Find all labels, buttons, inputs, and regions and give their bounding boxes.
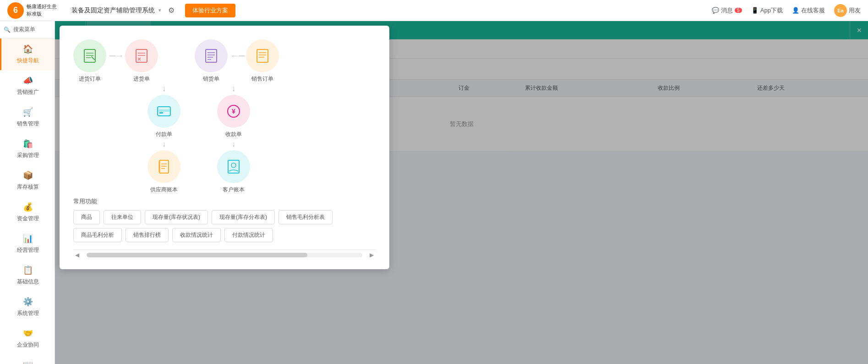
user-item[interactable]: Ea 用友 [834,4,861,17]
common-func-button[interactable]: 销售毛利分析表 [278,210,333,224]
app-download-item[interactable]: 📱 App下载 [751,6,783,15]
bottom-row: 供应商账本 客户账本 [73,150,376,194]
online-service-item[interactable]: 👤 在线客服 [792,6,825,15]
topbar-right: 💬 消息 5 📱 App下载 👤 在线客服 Ea 用友 [712,4,861,17]
message-badge: 5 [735,8,742,13]
sidebar-item-finance[interactable]: 💰 资金管理 [0,196,55,228]
search-label: 搜索菜单 [13,26,35,33]
down-arrow-pb: ↓ [147,85,180,93]
scroll-track[interactable] [87,253,362,257]
common-func-button[interactable]: 收款情况统计 [172,228,221,242]
sidebar-item-label: 采购管理 [17,152,39,159]
sidebar-item-label: 企业协同 [17,341,39,349]
exp-btn[interactable]: 体验行业方案 [185,4,235,17]
logo: 6 畅康通好生意 标准版 [7,2,62,19]
svg-rect-0 [84,49,95,62]
system-icon: ⚙️ [23,297,33,307]
sidebar-item-label: 系统管理 [17,310,39,317]
common-func-button[interactable]: 付款情况统计 [224,228,273,242]
message-item[interactable]: 💬 消息 5 [712,6,742,15]
basic-icon: 📋 [23,265,33,275]
receipt-label: 收款单 [225,130,242,138]
down-arrow-sb: ↓ [217,85,250,93]
sale-bill-icon [195,39,228,72]
arrow-po-pb: - - - → [109,50,122,61]
down-arrow-payment: ↓ [147,140,180,148]
sale-order-node: 销售订单 [246,39,279,83]
svg-rect-21 [159,160,169,173]
common-func-button[interactable]: 销售排行榜 [126,228,169,242]
operation-icon: 📊 [23,234,33,244]
scroll-right-arrow[interactable]: ▶ [368,252,376,258]
sidebar: 🔍 搜索菜单 🏠 快捷导航 📣 营销推广 🛒 销售管理 🛍️ 采购管理 📦 库存… [0,21,55,364]
sidebar-item-basic[interactable]: 📋 基础信息 [0,260,55,291]
sidebar-item-quick-nav[interactable]: 🏠 快捷导航 [0,38,55,70]
search-menu[interactable]: 🔍 搜索菜单 [0,21,55,38]
common-func-button[interactable]: 商品毛利分析 [73,228,122,242]
supplier-ledger-label: 供应商账本 [150,186,178,194]
purchase-bill-icon [125,39,158,72]
marketing-icon: 📣 [23,76,33,86]
common-func-button[interactable]: 商品 [73,210,100,224]
sidebar-item-label: 销售管理 [17,120,39,128]
sidebar-item-enterprise[interactable]: 🤝 企业协同 [0,323,55,354]
receipt-icon: ¥ [217,95,250,128]
svg-rect-4 [136,49,147,62]
sidebar-item-label: 经营管理 [17,246,39,254]
svg-text:¥: ¥ [232,108,235,115]
svg-rect-17 [158,109,170,112]
supplier-ledger-node: 供应商账本 [147,150,180,194]
sidebar-item-label: 资金管理 [17,215,39,223]
modal-overlay[interactable]: 进货订单 - - - → 进货单 [55,21,868,364]
sale-order-icon [246,39,279,72]
svg-rect-12 [257,49,268,62]
sidebar-item-operation[interactable]: 📊 经营管理 [0,228,55,260]
common-func-button[interactable]: 现存量(库存状况表) [145,210,208,224]
modal-box: 进货订单 - - - → 进货单 [60,26,389,269]
down-arrow-receipt: ↓ [217,140,250,148]
app-icon: 📱 [751,7,759,14]
sidebar-item-label: 基础信息 [17,278,39,286]
message-icon: 💬 [712,7,719,14]
sidebar-item-inventory[interactable]: 📦 库存核算 [0,165,55,196]
inventory-icon: 📦 [23,170,33,180]
payment-icon [147,95,180,128]
common-func-button[interactable]: 往来单位 [104,210,141,224]
purchase-order-icon [73,39,106,72]
avatar: Ea [834,4,847,17]
cf-buttons: 商品往来单位现存量(库存状况表)现存量(库存分布表)销售毛利分析表商品毛利分析销… [73,210,376,242]
scroll-thumb [87,253,307,257]
gear-button[interactable]: ⚙ [165,4,178,17]
purchase-icon: 🛍️ [23,139,33,149]
purchase-bill-label: 进货单 [133,75,150,83]
down-arrows-row2: ↓ ↓ [73,140,376,148]
sales-icon: 🛒 [23,107,33,117]
sidebar-item-purchase[interactable]: 🛍️ 采购管理 [0,133,55,165]
receipt-node: ¥ 收款单 [217,95,250,138]
down-arrows-row: ↓ ↓ [73,85,376,93]
supplier-ledger-icon [147,150,180,183]
purchase-order-label: 进货订单 [79,75,101,83]
search-icon: 🔍 [4,27,11,33]
sidebar-item-sales[interactable]: 🛒 销售管理 [0,102,55,133]
purchase-bill-node: 进货单 [125,39,158,83]
logo-icon: 6 [7,2,24,19]
sidebar-item-label: 营销推广 [17,88,39,96]
sidebar-item-guide[interactable]: 📖 新手引导 [0,354,55,364]
guide-icon: 📖 [23,360,33,364]
customer-ledger-icon [217,150,250,183]
sidebar-item-marketing[interactable]: 📣 营销推广 [0,70,55,102]
arrow-so-sb: ← - - - [230,50,244,61]
sidebar-item-system[interactable]: ⚙️ 系统管理 [0,291,55,323]
sale-bill-node: 销货单 [195,39,228,83]
payment-node: 付款单 [147,95,180,138]
sidebar-item-label: 库存核算 [17,183,39,191]
common-func: 常用功能 商品往来单位现存量(库存状况表)现存量(库存分布表)销售毛利分析表商品… [73,197,376,242]
quick-nav-icon: 🏠 [23,44,33,54]
common-func-title: 常用功能 [73,197,376,206]
scroll-left-arrow[interactable]: ◀ [73,252,81,258]
common-func-button[interactable]: 现存量(库存分布表) [212,210,275,224]
enterprise-icon: 🤝 [23,328,33,338]
scroll-bar-area: ◀ ▶ [73,250,376,260]
system-title: 装备及固定资产辅助管理系统 ▾ ⚙ 体验行业方案 [71,4,235,17]
